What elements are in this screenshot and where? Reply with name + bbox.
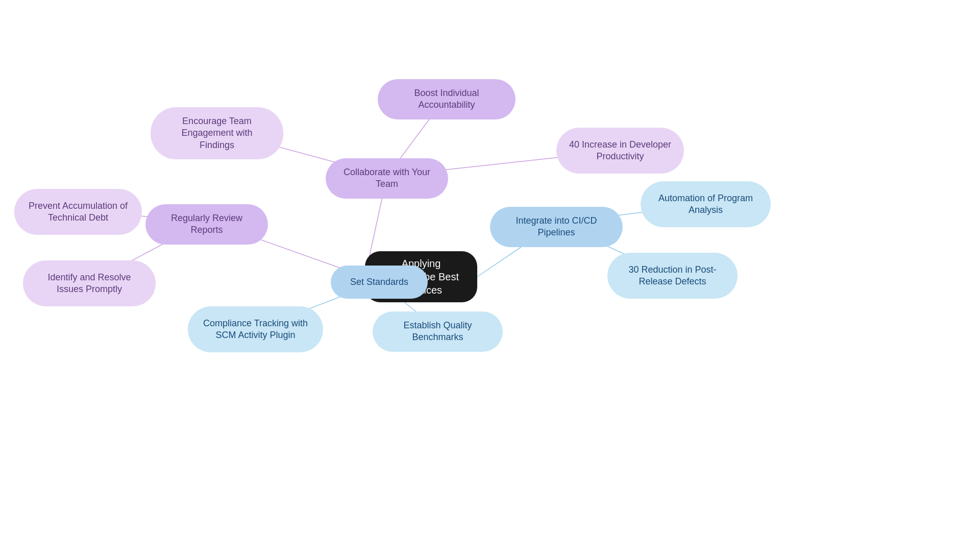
node-set-standards: Set Standards [331, 266, 428, 299]
node-collaborate: Collaborate with Your Team [326, 158, 448, 199]
node-label-identify-resolve: Identify and Resolve Issues Promptly [35, 272, 143, 296]
node-regularly-review: Regularly Review Reports [145, 204, 268, 245]
node-compliance-tracking: Compliance Tracking with SCM Activity Pl… [188, 306, 323, 352]
node-label-boost-accountability: Boost Individual Accountability [390, 87, 503, 111]
node-integrate-cicd: Integrate into CI/CD Pipelines [490, 207, 623, 247]
node-label-automation: Automation of Program Analysis [653, 193, 758, 217]
node-developer-productivity: 40 Increase in Developer Productivity [556, 128, 684, 174]
node-label-developer-productivity: 40 Increase in Developer Productivity [569, 139, 672, 163]
node-label-set-standards: Set Standards [350, 276, 408, 288]
node-boost-accountability: Boost Individual Accountability [378, 79, 516, 119]
node-label-compliance-tracking: Compliance Tracking with SCM Activity Pl… [200, 318, 311, 342]
node-label-integrate-cicd: Integrate into CI/CD Pipelines [502, 215, 610, 239]
node-label-encourage-team: Encourage Team Engagement with Findings [163, 115, 271, 151]
node-identify-resolve: Identify and Resolve Issues Promptly [23, 260, 156, 306]
node-encourage-team: Encourage Team Engagement with Findings [151, 107, 283, 159]
node-establish-benchmarks: Establish Quality Benchmarks [373, 311, 503, 352]
node-label-prevent-debt: Prevent Accumulation of Technical Debt [27, 200, 130, 224]
node-post-release: 30 Reduction in Post-Release Defects [607, 253, 738, 299]
node-prevent-debt: Prevent Accumulation of Technical Debt [14, 189, 142, 235]
node-automation: Automation of Program Analysis [641, 181, 771, 227]
node-label-post-release: 30 Reduction in Post-Release Defects [620, 264, 725, 288]
node-label-regularly-review: Regularly Review Reports [158, 212, 256, 236]
node-label-collaborate: Collaborate with Your Team [338, 166, 436, 190]
node-label-establish-benchmarks: Establish Quality Benchmarks [385, 320, 491, 344]
